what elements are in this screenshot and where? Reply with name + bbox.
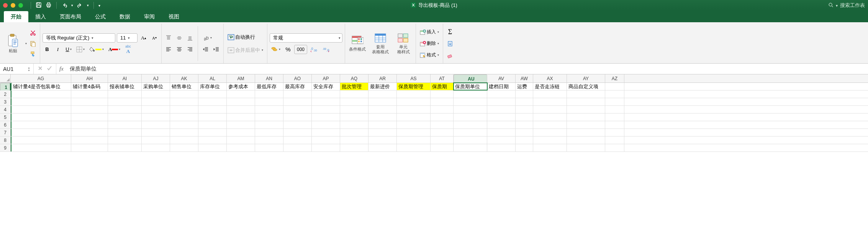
cell-AI7[interactable] xyxy=(108,129,142,136)
cell-AS8[interactable] xyxy=(397,137,431,144)
cell-AW6[interactable] xyxy=(516,121,533,128)
cell-AO5[interactable] xyxy=(283,114,312,121)
cell-AJ6[interactable] xyxy=(142,121,170,128)
autosum-button[interactable]: Σ xyxy=(445,28,455,37)
tab-home[interactable]: 开始 xyxy=(4,11,28,22)
cell-AS3[interactable] xyxy=(397,98,431,105)
cell-AZ6[interactable] xyxy=(605,121,624,128)
cell-AP2[interactable] xyxy=(312,91,340,98)
wrap-text-button[interactable]: 自动换行 xyxy=(226,33,265,42)
cell-AR9[interactable] xyxy=(368,144,397,151)
cell-AY5[interactable] xyxy=(567,114,605,121)
cell-AU1[interactable]: 保质期单位 xyxy=(454,83,487,90)
cell-AS9[interactable] xyxy=(397,144,431,151)
cell-AZ3[interactable] xyxy=(605,98,624,105)
column-header-AT[interactable]: AT xyxy=(431,74,454,82)
tab-insert[interactable]: 插入 xyxy=(28,11,53,22)
cell-AN9[interactable] xyxy=(255,144,283,151)
cell-AQ5[interactable] xyxy=(340,114,368,121)
cell-AU8[interactable] xyxy=(454,137,487,144)
cell-AS7[interactable] xyxy=(397,129,431,136)
cell-AX6[interactable] xyxy=(533,121,567,128)
clear-button[interactable] xyxy=(445,51,455,60)
tab-data[interactable]: 数据 xyxy=(113,11,137,22)
cell-AU2[interactable] xyxy=(454,91,487,98)
close-window-button[interactable] xyxy=(3,3,8,8)
cell-AH2[interactable] xyxy=(71,91,108,98)
cell-AP1[interactable]: 安全库存 xyxy=(312,83,340,90)
cell-AY3[interactable] xyxy=(567,98,605,105)
cell-AR2[interactable] xyxy=(368,91,397,98)
cell-AO3[interactable] xyxy=(283,98,312,105)
cell-AL5[interactable] xyxy=(198,114,227,121)
cell-AZ8[interactable] xyxy=(605,137,624,144)
cell-AG8[interactable] xyxy=(11,137,71,144)
decrease-decimal-button[interactable]: .00.0 xyxy=(321,45,332,54)
cell-AK6[interactable] xyxy=(170,121,198,128)
row-header-7[interactable]: 7 xyxy=(0,129,11,136)
cell-AX2[interactable] xyxy=(533,91,567,98)
fill-color-button[interactable]: ▾ xyxy=(88,45,105,54)
zoom-window-button[interactable] xyxy=(18,3,23,8)
cell-AV1[interactable]: 建档日期 xyxy=(487,83,516,90)
cell-AI4[interactable] xyxy=(108,106,142,113)
align-middle-button[interactable] xyxy=(175,33,184,43)
cell-AV4[interactable] xyxy=(487,106,516,113)
enter-formula-button[interactable] xyxy=(47,66,52,72)
column-header-AL[interactable]: AL xyxy=(198,74,227,82)
cell-AP3[interactable] xyxy=(312,98,340,105)
cell-AX1[interactable]: 是否走冻链 xyxy=(533,83,567,90)
cell-AM1[interactable]: 参考成本 xyxy=(227,83,255,90)
cell-AG4[interactable] xyxy=(11,106,71,113)
delete-cells-button[interactable]: 删除▾ xyxy=(418,39,441,48)
cell-AQ8[interactable] xyxy=(340,137,368,144)
cell-AR6[interactable] xyxy=(368,121,397,128)
row-header-4[interactable]: 4 xyxy=(0,106,11,113)
format-painter-button[interactable] xyxy=(28,50,38,59)
cell-AW2[interactable] xyxy=(516,91,533,98)
cell-AI3[interactable] xyxy=(108,98,142,105)
cell-AX4[interactable] xyxy=(533,106,567,113)
cell-AX3[interactable] xyxy=(533,98,567,105)
cell-AW5[interactable] xyxy=(516,114,533,121)
cell-AG2[interactable] xyxy=(11,91,71,98)
qat-customize-icon[interactable]: ▾ xyxy=(98,3,100,8)
cell-AH8[interactable] xyxy=(71,137,108,144)
cell-AM3[interactable] xyxy=(227,98,255,105)
format-as-table-button[interactable]: 套用 表格格式 xyxy=(370,32,390,55)
column-header-AM[interactable]: AM xyxy=(227,74,255,82)
cell-AK1[interactable]: 销售单位 xyxy=(170,83,198,90)
column-header-AO[interactable]: AO xyxy=(283,74,312,82)
cell-AU6[interactable] xyxy=(454,121,487,128)
percent-button[interactable]: % xyxy=(283,45,293,54)
cell-AX5[interactable] xyxy=(533,114,567,121)
cell-AS2[interactable] xyxy=(397,91,431,98)
cell-AJ1[interactable]: 采购单位 xyxy=(142,83,170,90)
cell-AS1[interactable]: 保质期管理 xyxy=(397,83,431,90)
cell-AR8[interactable] xyxy=(368,137,397,144)
cell-AO7[interactable] xyxy=(283,129,312,136)
cell-AG6[interactable] xyxy=(11,121,71,128)
cell-AH6[interactable] xyxy=(71,121,108,128)
cell-AT4[interactable] xyxy=(431,106,454,113)
cell-AG3[interactable] xyxy=(11,98,71,105)
cell-AH7[interactable] xyxy=(71,129,108,136)
border-button[interactable]: ▾ xyxy=(75,45,86,54)
fx-label[interactable]: fx xyxy=(56,66,67,72)
cell-AY2[interactable] xyxy=(567,91,605,98)
cell-AO1[interactable]: 最高库存 xyxy=(283,83,312,90)
cell-AL7[interactable] xyxy=(198,129,227,136)
align-center-button[interactable] xyxy=(175,45,184,54)
cell-AG7[interactable] xyxy=(11,129,71,136)
cell-AR7[interactable] xyxy=(368,129,397,136)
cell-AR4[interactable] xyxy=(368,106,397,113)
tab-review[interactable]: 审阅 xyxy=(137,11,162,22)
column-header-AS[interactable]: AS xyxy=(397,74,431,82)
currency-button[interactable]: ▾ xyxy=(270,45,282,54)
cell-AP4[interactable] xyxy=(312,106,340,113)
decrease-indent-button[interactable] xyxy=(201,45,210,54)
cell-AO4[interactable] xyxy=(283,106,312,113)
column-header-AG[interactable]: AG xyxy=(11,74,71,82)
cell-AN1[interactable]: 最低库存 xyxy=(255,83,283,90)
column-header-AX[interactable]: AX xyxy=(533,74,567,82)
